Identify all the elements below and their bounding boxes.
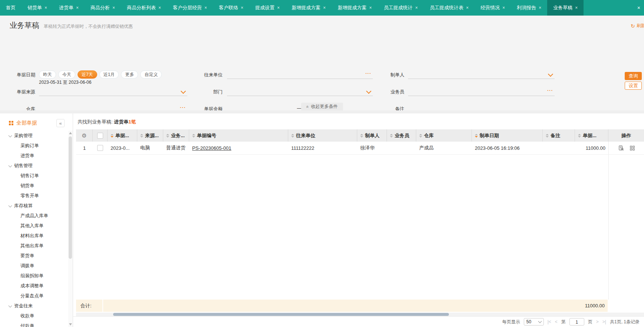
select-all-checkbox[interactable] [97, 133, 103, 139]
quick-today[interactable]: 今天 [58, 70, 75, 79]
col-created-at[interactable]: 制单日期 [472, 129, 543, 142]
source-input[interactable] [39, 86, 187, 96]
sidebar-item-purchase-order[interactable]: 采购订单 [0, 141, 73, 151]
creator-input[interactable] [408, 69, 555, 79]
close-icon[interactable]: × [277, 5, 280, 10]
sidebar-item-transfer[interactable]: 调拨单 [0, 261, 73, 271]
salesman-input[interactable]: ··· [408, 86, 555, 96]
sidebar-item-purchase-receipt[interactable]: 进货单 [0, 151, 73, 161]
col-remark[interactable]: 备注 [543, 129, 575, 142]
preview-document-icon[interactable] [618, 145, 624, 151]
close-icon[interactable]: × [45, 5, 47, 10]
close-icon[interactable]: × [502, 5, 505, 10]
grid-more-icon[interactable] [630, 146, 635, 151]
sidebar-scrollbar[interactable] [68, 131, 73, 327]
chevron-down-icon[interactable] [181, 89, 186, 94]
tab-commission-settings[interactable]: 提成设置× [249, 0, 286, 16]
close-icon[interactable]: × [76, 5, 79, 10]
close-all-tabs-icon[interactable]: × [634, 0, 644, 16]
scroll-up-icon[interactable] [69, 132, 72, 134]
quick-custom[interactable]: 自定义 [140, 70, 162, 79]
sidebar-collapse-icon[interactable]: « [56, 119, 65, 127]
sort-icon[interactable] [166, 134, 169, 138]
col-salesman[interactable]: 业务员 [387, 129, 416, 142]
sort-icon[interactable] [390, 134, 393, 138]
tab-staff-commission-stats[interactable]: 员工提成统计× [378, 0, 424, 16]
sidebar-group-sales[interactable]: 销售管理 [0, 161, 73, 171]
first-page-button[interactable]: |< [548, 319, 551, 324]
col-partner[interactable]: 往来单位 [288, 129, 357, 142]
sidebar-item-cost-adjust[interactable]: 成本调整单 [0, 281, 73, 291]
sidebar-group-purchase[interactable]: 采购管理 [0, 131, 73, 141]
close-icon[interactable]: × [575, 5, 578, 10]
chevron-down-icon[interactable] [366, 89, 371, 94]
col-amount[interactable]: 单据... [575, 129, 608, 142]
quick-last-month[interactable]: 近1月 [99, 70, 119, 79]
sidebar-item-goods-request[interactable]: 要货单 [0, 251, 73, 261]
next-page-button[interactable]: > [596, 319, 599, 324]
sidebar-item-retail-order[interactable]: 零售开单 [0, 191, 73, 201]
sidebar-group-inventory[interactable]: 库存核算 [0, 201, 73, 211]
quick-more[interactable]: 更多 [121, 70, 138, 79]
sidebar-group-funds[interactable]: 资金往来 [0, 301, 73, 311]
tab-purchase-receipt[interactable]: 进货单× [53, 0, 85, 16]
tab-home[interactable]: 首页 [0, 0, 22, 16]
sort-icon[interactable] [140, 134, 143, 138]
tab-sales-invoice[interactable]: 销货单× [22, 0, 53, 16]
collapse-filters-button[interactable]: « 收起更多条件 [301, 103, 343, 110]
col-doc-date[interactable]: 单据... [108, 129, 137, 142]
tab-product-analysis[interactable]: 商品分析× [85, 0, 121, 16]
refresh-button[interactable]: ↻ 刷新 [631, 23, 644, 29]
close-icon[interactable]: × [158, 5, 161, 10]
quick-last7days[interactable]: 近7天 [78, 70, 97, 79]
close-icon[interactable]: × [204, 5, 207, 10]
col-biz-type[interactable]: 业务... [163, 129, 189, 142]
horizontal-scrollbar-thumb[interactable] [113, 313, 449, 316]
sidebar-item-sales-invoice[interactable]: 销货单 [0, 181, 73, 191]
last-page-button[interactable]: >| [602, 319, 606, 324]
column-settings-button[interactable]: ⚙ [76, 129, 93, 142]
close-icon[interactable]: × [415, 5, 418, 10]
page-size-select[interactable]: 50 [524, 318, 544, 326]
department-input[interactable] [227, 86, 373, 96]
close-icon[interactable]: × [241, 5, 243, 10]
sidebar-item-finished-goods-in[interactable]: 产成品入库单 [0, 211, 73, 221]
sidebar-item-receipt[interactable]: 收款单 [0, 311, 73, 321]
sort-icon[interactable] [419, 134, 422, 138]
scroll-down-icon[interactable] [69, 323, 72, 326]
col-warehouse[interactable]: 仓库 [416, 129, 472, 142]
col-creator[interactable]: 制单人 [357, 129, 387, 142]
table-row[interactable]: 1 2023-0... 电脑 普通进货 PS-20230605-001 1111… [76, 142, 644, 155]
sort-icon[interactable] [360, 134, 363, 138]
partner-input[interactable]: ··· [227, 69, 373, 79]
sidebar-item-stocktake[interactable]: 分量盘点单 [0, 291, 73, 301]
sort-icon[interactable] [291, 134, 294, 138]
ellipsis-icon[interactable]: ··· [365, 70, 371, 76]
close-icon[interactable]: × [466, 5, 469, 10]
page-number-input[interactable]: 1 [569, 318, 584, 326]
ellipsis-icon[interactable]: ··· [547, 87, 553, 93]
scrollbar-thumb[interactable] [69, 136, 72, 259]
sidebar-item-other-in[interactable]: 其他入库单 [0, 221, 73, 231]
prev-page-button[interactable]: < [555, 319, 558, 324]
close-icon[interactable]: × [323, 5, 326, 10]
chevron-down-icon[interactable] [548, 72, 553, 77]
tab-new-commission-plan-2[interactable]: 新增提成方案× [332, 0, 378, 16]
tab-product-analysis-list[interactable]: 商品分析列表× [121, 0, 167, 16]
tab-new-commission-plan-1[interactable]: 新增提成方案× [286, 0, 332, 16]
sidebar-item-assembly[interactable]: 组装拆卸单 [0, 271, 73, 281]
tab-business-draft[interactable]: 业务草稿× [547, 0, 584, 16]
tab-profit-report[interactable]: 利润报告× [511, 0, 547, 16]
quick-yesterday[interactable]: 昨天 [39, 70, 56, 79]
col-doc-no[interactable]: 单据编号 [189, 129, 288, 142]
sort-icon[interactable] [578, 134, 581, 138]
tab-staff-commission-table[interactable]: 员工提成统计表× [424, 0, 474, 16]
horizontal-scrollbar[interactable] [76, 313, 644, 316]
row-checkbox[interactable] [97, 145, 103, 151]
query-button[interactable]: 查询 [625, 72, 642, 80]
close-icon[interactable]: × [112, 5, 115, 10]
sidebar-item-material-out[interactable]: 材料出库单 [0, 231, 73, 241]
tab-customer-contact[interactable]: 客户联络× [213, 0, 249, 16]
settings-button[interactable]: 设置 [625, 82, 642, 90]
sort-icon[interactable] [475, 134, 478, 138]
